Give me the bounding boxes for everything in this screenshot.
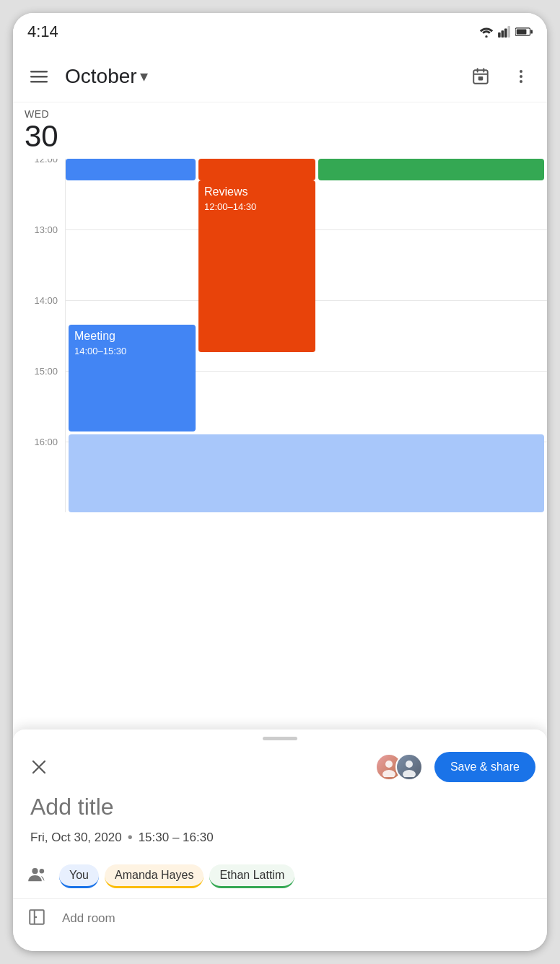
svg-point-26 xyxy=(40,868,45,873)
time-label-12: 12:00 xyxy=(34,159,58,165)
svg-rect-1 xyxy=(498,32,501,38)
svg-point-18 xyxy=(520,80,522,83)
time-label-13: 13:00 xyxy=(34,224,58,235)
people-row: You Amanda Hayes Ethan Lattim xyxy=(13,857,547,895)
day-of-week: WED xyxy=(25,108,535,120)
month-selector[interactable]: October ▾ xyxy=(65,65,148,88)
time-labels-column: 12:00 13:00 14:00 15:00 16:00 xyxy=(13,159,65,512)
wifi-icon xyxy=(479,26,494,38)
menu-button[interactable] xyxy=(25,62,53,91)
svg-rect-10 xyxy=(30,81,48,83)
event-top-green[interactable] xyxy=(318,159,544,180)
time-slot-13: 13:00 xyxy=(13,229,65,300)
month-label: October xyxy=(65,65,137,88)
avatar-person-icon-2 xyxy=(399,757,419,777)
device-frame: 4:14 xyxy=(13,13,547,951)
day-header: WED 30 xyxy=(13,102,547,159)
chip-ethan-lattim[interactable]: Ethan Lattim xyxy=(209,864,294,888)
dropdown-icon: ▾ xyxy=(140,67,148,86)
event-reviews[interactable]: Reviews 12:00–14:30 xyxy=(198,180,315,352)
close-button[interactable] xyxy=(25,753,53,781)
calendar-today-button[interactable] xyxy=(466,62,495,91)
avatars-group xyxy=(375,753,423,781)
close-icon xyxy=(30,758,48,776)
battery-icon xyxy=(515,26,533,38)
status-bar: 4:14 xyxy=(13,13,547,51)
time-slot-12: 12:00 xyxy=(13,159,65,229)
chip-amanda-hayes[interactable]: Amanda Hayes xyxy=(105,864,204,888)
bottom-sheet: Save & share Fri, Oct 30, 2020 • 15:30 –… xyxy=(13,729,547,951)
reviews-time: 12:00–14:30 xyxy=(204,201,310,212)
hamburger-icon xyxy=(30,68,48,85)
calendar-grid: 12:00 13:00 14:00 15:00 16:00 xyxy=(13,159,547,512)
reviews-title: Reviews xyxy=(204,185,310,200)
svg-point-0 xyxy=(485,35,487,38)
dot-separator: • xyxy=(128,829,133,846)
save-share-button[interactable]: Save & share xyxy=(434,752,535,782)
more-vertical-icon xyxy=(512,68,530,85)
time-slot-16: 16:00 xyxy=(13,442,65,512)
time-label-14: 14:00 xyxy=(34,295,58,306)
svg-rect-7 xyxy=(517,30,527,35)
status-icons xyxy=(479,26,533,38)
svg-point-21 xyxy=(385,761,393,768)
chip-you[interactable]: You xyxy=(59,864,99,888)
more-options-button[interactable] xyxy=(507,62,535,91)
svg-rect-6 xyxy=(530,30,533,33)
sheet-top-row: Save & share xyxy=(13,746,547,788)
avatar-2 xyxy=(395,753,423,781)
meeting-time: 14:00–15:30 xyxy=(74,346,190,356)
time-slot-14: 14:00 xyxy=(13,300,65,371)
svg-point-24 xyxy=(403,770,416,777)
status-time: 4:14 xyxy=(27,22,58,41)
meeting-title: Meeting xyxy=(74,329,190,344)
svg-point-22 xyxy=(382,770,395,777)
time-label-15: 15:00 xyxy=(34,366,58,377)
people-icon xyxy=(27,865,51,888)
time-label-16: 16:00 xyxy=(34,437,58,447)
svg-rect-9 xyxy=(30,76,48,78)
event-date: Fri, Oct 30, 2020 xyxy=(30,831,122,845)
svg-point-16 xyxy=(520,70,522,73)
svg-rect-4 xyxy=(507,26,510,38)
svg-rect-8 xyxy=(30,71,48,73)
add-room-label: Add room xyxy=(62,911,115,926)
calendar-today-icon xyxy=(471,67,490,86)
add-title-input[interactable] xyxy=(13,788,547,826)
svg-rect-2 xyxy=(502,30,504,38)
add-room-row[interactable]: Add room xyxy=(13,898,547,937)
svg-point-25 xyxy=(32,868,38,874)
sheet-handle xyxy=(263,737,297,740)
svg-rect-15 xyxy=(478,76,484,80)
svg-point-17 xyxy=(520,75,522,78)
time-slot-15: 15:00 xyxy=(13,371,65,442)
svg-point-23 xyxy=(406,761,413,768)
event-top-blue[interactable] xyxy=(66,159,196,180)
event-meeting[interactable]: Meeting 14:00–15:30 xyxy=(69,325,196,431)
svg-rect-3 xyxy=(504,29,507,38)
room-icon xyxy=(27,908,51,929)
day-number: 30 xyxy=(25,120,535,153)
event-16[interactable] xyxy=(69,434,544,512)
event-datetime: Fri, Oct 30, 2020 • 15:30 – 16:30 xyxy=(13,826,547,857)
events-column: Reviews 12:00–14:30 Meeting 14:00–15:30 xyxy=(65,159,547,512)
attendee-chips: You Amanda Hayes Ethan Lattim xyxy=(59,864,294,888)
signal-icon xyxy=(498,26,511,38)
event-top-orange[interactable] xyxy=(198,159,315,180)
event-time-range: 15:30 – 16:30 xyxy=(139,831,214,845)
app-bar: October ▾ xyxy=(13,51,547,102)
